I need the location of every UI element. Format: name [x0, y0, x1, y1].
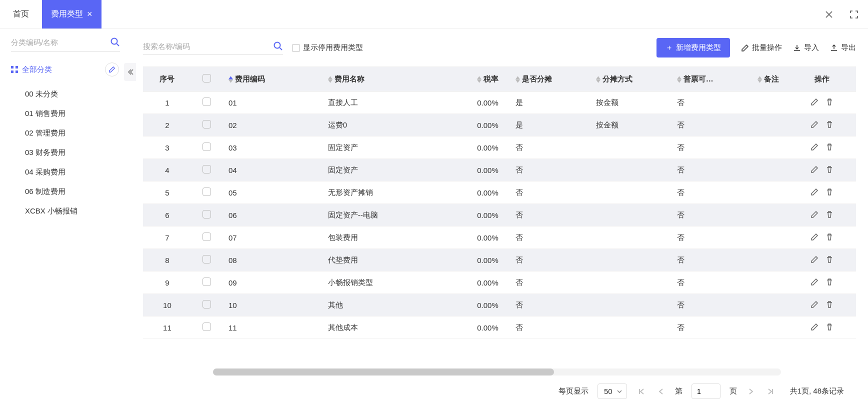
cell-checkbox[interactable] — [192, 249, 222, 272]
table-search-input[interactable] — [143, 42, 273, 50]
cell-rate: 0.00% — [452, 272, 510, 294]
sidebar-item-label: 06 制造费用 — [25, 187, 66, 196]
cell-note — [752, 272, 788, 294]
cell-checkbox[interactable] — [192, 226, 222, 249]
sort-icon — [228, 76, 233, 83]
add-expense-type-button[interactable]: ＋ 新增费用类型 — [656, 38, 730, 58]
cell-checkbox[interactable] — [192, 204, 222, 226]
tab-home[interactable]: 首页 — [0, 0, 42, 28]
th-name[interactable]: 费用名称 — [322, 67, 452, 92]
fullscreen-icon[interactable] — [846, 6, 862, 22]
delete-row-icon[interactable] — [826, 210, 834, 218]
delete-row-icon[interactable] — [826, 323, 834, 331]
cell-rate: 0.00% — [452, 204, 510, 226]
cell-operation — [788, 204, 856, 226]
checkbox-icon — [202, 210, 211, 218]
cell-rate: 0.00% — [452, 294, 510, 316]
th-invoice[interactable]: 普票可… — [671, 67, 752, 92]
import-label: 导入 — [804, 43, 819, 52]
edit-row-icon[interactable] — [810, 188, 818, 196]
edit-row-icon[interactable] — [810, 323, 818, 331]
svg-rect-2 — [16, 66, 18, 68]
cell-seq: 8 — [143, 249, 192, 272]
sidebar-item[interactable]: 01 销售费用 — [11, 104, 135, 124]
delete-row-icon[interactable] — [826, 188, 834, 196]
cell-checkbox[interactable] — [192, 316, 222, 339]
cell-method — [590, 159, 670, 182]
delete-row-icon[interactable] — [826, 166, 834, 174]
edit-row-icon[interactable] — [810, 233, 818, 241]
all-categories-label: 全部分类 — [22, 65, 52, 74]
edit-row-icon[interactable] — [810, 278, 818, 286]
edit-row-icon[interactable] — [810, 143, 818, 151]
cell-invoice: 否 — [671, 249, 752, 272]
close-all-icon[interactable] — [821, 6, 837, 22]
close-icon[interactable]: × — [87, 9, 92, 20]
delete-row-icon[interactable] — [826, 233, 834, 241]
th-share[interactable]: 是否分摊 — [510, 67, 590, 92]
cell-invoice: 否 — [671, 294, 752, 316]
last-page-icon[interactable] — [765, 386, 776, 397]
delete-row-icon[interactable] — [826, 300, 834, 308]
search-icon[interactable] — [110, 37, 120, 47]
cell-checkbox[interactable] — [192, 159, 222, 182]
checkbox-icon — [202, 98, 211, 106]
horizontal-scrollbar[interactable] — [213, 368, 781, 376]
sidebar-item[interactable]: 00 未分类 — [11, 84, 135, 104]
all-categories-item[interactable]: 全部分类 — [11, 62, 135, 76]
th-code[interactable]: 费用编码 — [222, 67, 322, 92]
sidebar-item[interactable]: XCBX 小畅报销 — [11, 202, 135, 221]
next-page-icon[interactable] — [746, 386, 756, 397]
category-search-input[interactable] — [11, 38, 110, 46]
import-button[interactable]: 导入 — [793, 43, 819, 52]
cell-share: 否 — [510, 136, 590, 159]
delete-row-icon[interactable] — [826, 120, 834, 128]
first-page-icon[interactable] — [636, 386, 647, 397]
sidebar-item[interactable]: 04 采购费用 — [11, 162, 135, 182]
table-scroll[interactable]: 序号 费用编码 费用名称 税率 是否分摊 分摊方式 普票可… 备注 操作 101… — [143, 67, 856, 376]
svg-rect-1 — [11, 66, 14, 68]
sidebar-item[interactable]: 02 管理费用 — [11, 124, 135, 143]
cell-checkbox[interactable] — [192, 272, 222, 294]
cell-invoice: 否 — [671, 92, 752, 114]
edit-category-icon[interactable] — [105, 62, 119, 76]
th-method[interactable]: 分摊方式 — [590, 67, 670, 92]
tab-expense-type[interactable]: 费用类型 × — [42, 0, 102, 28]
sidebar-item[interactable]: 03 财务费用 — [11, 143, 135, 162]
cell-checkbox[interactable] — [192, 182, 222, 204]
table-row: 1010其他0.00%否否 — [143, 294, 856, 316]
delete-row-icon[interactable] — [826, 143, 834, 151]
cell-checkbox[interactable] — [192, 114, 222, 136]
cell-checkbox[interactable] — [192, 92, 222, 114]
scrollbar-thumb[interactable] — [213, 368, 554, 376]
checkbox-icon — [202, 232, 211, 241]
show-disabled-checkbox[interactable]: 显示停用费用类型 — [292, 43, 363, 52]
th-rate[interactable]: 税率 — [452, 67, 510, 92]
cell-method — [590, 226, 670, 249]
delete-row-icon[interactable] — [826, 98, 834, 106]
export-button[interactable]: 导出 — [830, 43, 856, 52]
th-select-all[interactable] — [192, 67, 222, 92]
edit-row-icon[interactable] — [810, 256, 818, 264]
batch-operation-button[interactable]: 批量操作 — [741, 43, 782, 52]
th-note[interactable]: 备注 — [752, 67, 788, 92]
per-page-select[interactable]: 50 — [598, 384, 627, 399]
edit-row-icon[interactable] — [810, 210, 818, 218]
th-seq[interactable]: 序号 — [143, 67, 192, 92]
edit-row-icon[interactable] — [810, 98, 818, 106]
sidebar-item[interactable]: 06 制造费用 — [11, 182, 135, 202]
edit-row-icon[interactable] — [810, 166, 818, 174]
cell-checkbox[interactable] — [192, 294, 222, 316]
delete-row-icon[interactable] — [826, 256, 834, 264]
edit-row-icon[interactable] — [810, 120, 818, 128]
page-number-input[interactable] — [692, 384, 720, 399]
cell-checkbox[interactable] — [192, 136, 222, 159]
search-icon[interactable] — [273, 41, 283, 51]
edit-row-icon[interactable] — [810, 300, 818, 308]
cell-method: 按金额 — [590, 92, 670, 114]
prev-page-icon[interactable] — [656, 386, 666, 397]
delete-row-icon[interactable] — [826, 278, 834, 286]
category-list: 00 未分类 01 销售费用 02 管理费用 03 财务费用 04 采购费用 0… — [11, 84, 135, 221]
table-row: 707包装费用0.00%否否 — [143, 226, 856, 249]
sidebar-collapse-icon[interactable] — [124, 63, 136, 81]
